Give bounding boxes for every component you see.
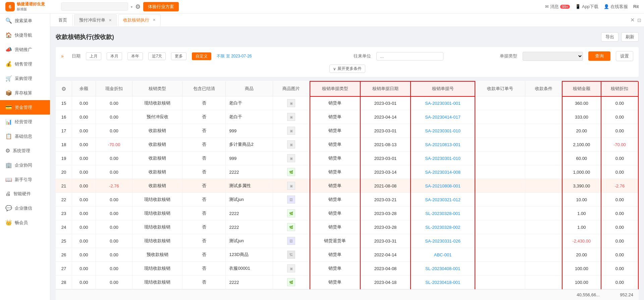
bill-no-link[interactable]: SA-20230314-008 xyxy=(425,170,461,175)
tab-prepay-close[interactable]: ✕ xyxy=(109,18,112,23)
filter-collapse-btn[interactable]: » xyxy=(61,53,64,59)
product-image: ▣ xyxy=(287,182,295,190)
cell-bill-no[interactable]: SA-20230321-012 xyxy=(411,193,475,207)
date-this-month-btn[interactable]: 本月 xyxy=(107,52,122,60)
sidebar-item-basicinfo[interactable]: 📋 基础信息 xyxy=(0,129,50,143)
bill-no-link[interactable]: SA-20230301-001 xyxy=(425,101,461,106)
refresh-button[interactable]: 刷新 xyxy=(621,32,639,42)
expand-conditions-btn[interactable]: ∨ 展开更多条件 xyxy=(329,65,365,73)
bill-no-link[interactable]: SA-20230414-017 xyxy=(425,115,461,120)
cell-bill-type: 销货单 xyxy=(310,96,360,110)
cell-bill-no[interactable]: SA-20230301-001 xyxy=(411,96,475,110)
tab-receipt-close[interactable]: ✕ xyxy=(153,18,156,22)
sidebar-item-member[interactable]: 👑 畅会员 xyxy=(0,215,50,230)
bill-no-link[interactable]: SA-20230331-026 xyxy=(425,239,461,244)
settings-icon[interactable]: ⚙ xyxy=(135,3,141,10)
tab-bar-controls: ✕ ⊡ xyxy=(630,17,641,23)
maximize-icon[interactable]: ⊡ xyxy=(637,17,641,23)
sidebar-item-finance[interactable]: 💳 资金管理 xyxy=(0,100,50,115)
close-window-icon[interactable]: ✕ xyxy=(630,17,635,23)
message-label: 消息 xyxy=(550,4,559,10)
col-cash-discount: 现金折扣 xyxy=(96,81,132,96)
bill-no-link[interactable]: SA-20230301-010 xyxy=(425,156,461,161)
cell-bill-no[interactable]: SA-20230331-026 xyxy=(411,234,475,248)
cell-type: 现结收款核销 xyxy=(132,275,182,289)
cell-receipt-order xyxy=(475,193,525,207)
query-button[interactable]: 查询 xyxy=(588,51,610,61)
cell-bill-no[interactable]: SL-20230328-002 xyxy=(411,220,475,234)
industry-solution-button[interactable]: 体验行业方案 xyxy=(143,2,179,11)
cell-product: 123D商品 xyxy=(226,248,273,262)
cell-product-img: ▣ xyxy=(273,262,310,275)
search-dropdown-icon[interactable] xyxy=(131,4,132,9)
cell-included: 否 xyxy=(182,110,226,124)
top-search-input[interactable] xyxy=(61,2,128,11)
tab-receipt[interactable]: 收款核销执行 ✕ xyxy=(118,14,161,26)
sidebar-item-system[interactable]: ⚙ 系统管理 xyxy=(0,143,50,158)
cell-bill-no[interactable]: SA-20230301-010 xyxy=(411,124,475,138)
sidebar-item-quicknav[interactable]: 🏠 快捷导航 xyxy=(0,28,50,42)
cell-no: 28 xyxy=(56,275,72,289)
expand-label: 展开更多条件 xyxy=(337,66,362,72)
cell-bill-no[interactable]: ABC-001 xyxy=(411,248,475,262)
cell-receipt-order xyxy=(475,165,525,179)
tab-prepay[interactable]: 预付冲应付单 ✕ xyxy=(74,14,117,26)
tab-home[interactable]: 首页 xyxy=(53,14,73,26)
cell-discount: -2.76 xyxy=(601,179,638,193)
filter-settings-button[interactable]: 设置 xyxy=(616,51,633,61)
sidebar-item-weixin[interactable]: 💬 企业微信 xyxy=(0,201,50,215)
sidebar-item-hardware[interactable]: 🖨 智能硬件 xyxy=(0,187,50,201)
sidebar-item-sales[interactable]: 💰 销售管理 xyxy=(0,57,50,71)
cell-included: 否 xyxy=(182,262,226,275)
date-last-month-btn[interactable]: 上月 xyxy=(86,52,101,60)
sidebar-item-purchase[interactable]: 🛒 采购管理 xyxy=(0,71,50,86)
sidebar-item-search[interactable]: 🔍 搜索菜单 xyxy=(0,13,50,28)
cell-discount: 0.00 xyxy=(601,152,638,165)
table-settings-icon[interactable]: ⚙ xyxy=(59,84,68,93)
cell-receipt-order xyxy=(475,220,525,234)
cell-bill-no[interactable]: SA-20230414-017 xyxy=(411,110,475,124)
date-more-btn[interactable]: 更多 xyxy=(171,52,186,60)
cell-bill-no[interactable]: SA-20230314-008 xyxy=(411,165,475,179)
message-btn[interactable]: ✉ 消息 99+ xyxy=(545,4,570,10)
bill-no-link[interactable]: SL-20230328-001 xyxy=(425,211,460,216)
bill-no-link[interactable]: SA-20230301-010 xyxy=(425,128,461,133)
date-this-year-btn[interactable]: 本年 xyxy=(127,52,143,60)
partner-input[interactable] xyxy=(376,52,443,60)
cell-bill-no[interactable]: SA-20210808-001 xyxy=(411,179,475,193)
bill-no-link[interactable]: SA-20210808-001 xyxy=(425,183,461,188)
col-setting[interactable]: ⚙ xyxy=(56,81,72,96)
bill-no-link[interactable]: ABC-001 xyxy=(434,252,452,257)
sidebar-item-guide[interactable]: 📖 新手引导 xyxy=(0,172,50,187)
cell-bill-no[interactable]: SL-20230328-001 xyxy=(411,207,475,220)
app-download-btn[interactable]: 📱 App下载 xyxy=(575,4,598,10)
date-7days-btn[interactable]: 近7天 xyxy=(148,52,166,60)
cell-bill-no[interactable]: SA-20210813-001 xyxy=(411,138,475,152)
sidebar-item-marketing[interactable]: 📣 营销推广 xyxy=(0,42,50,57)
bill-type-select[interactable] xyxy=(523,52,583,61)
online-service-btn[interactable]: 👤 在线客服 xyxy=(604,4,628,10)
sidebar-item-operation[interactable]: 📊 经营管理 xyxy=(0,115,50,129)
data-table: ⚙ 余额 现金折扣 核销类型 包含已结清 商品 商品图片 核销单据类型 核销单据… xyxy=(56,81,639,289)
bill-no-link[interactable]: SL-20230328-002 xyxy=(425,225,460,230)
table-row: 28 0.00 0.00 现结收款核销 否 2222 🌿 销货单 2023-04… xyxy=(56,275,638,289)
cell-bill-no[interactable]: SA-20230301-010 xyxy=(411,152,475,165)
export-button[interactable]: 导出 xyxy=(601,32,619,42)
user-name[interactable]: Rit xyxy=(633,4,639,9)
cell-type: 现结收款核销 xyxy=(132,220,182,234)
sidebar-item-inventory[interactable]: 📦 库存核算 xyxy=(0,86,50,100)
cell-bill-no[interactable]: SL-20230418-001 xyxy=(411,275,475,289)
cell-discount: 0.00 xyxy=(601,262,638,275)
cell-bill-no[interactable]: SL-20230408-001 xyxy=(411,262,475,275)
sidebar-item-enterprise[interactable]: 🏢 企业协同 xyxy=(0,158,50,172)
bill-no-link[interactable]: SA-20210813-001 xyxy=(425,142,461,147)
cell-no: 24 xyxy=(56,220,72,234)
cell-discount: 0.00 xyxy=(601,110,638,124)
bill-no-link[interactable]: SL-20230418-001 xyxy=(425,280,460,285)
col-included: 包含已结清 xyxy=(182,81,226,96)
cell-discount: 0.00 xyxy=(601,207,638,220)
bill-no-link[interactable]: SA-20230321-012 xyxy=(425,197,461,202)
date-custom-btn[interactable]: 自定义 xyxy=(192,52,211,60)
cell-receipt-order xyxy=(475,234,525,248)
bill-no-link[interactable]: SL-20230408-001 xyxy=(425,266,460,271)
